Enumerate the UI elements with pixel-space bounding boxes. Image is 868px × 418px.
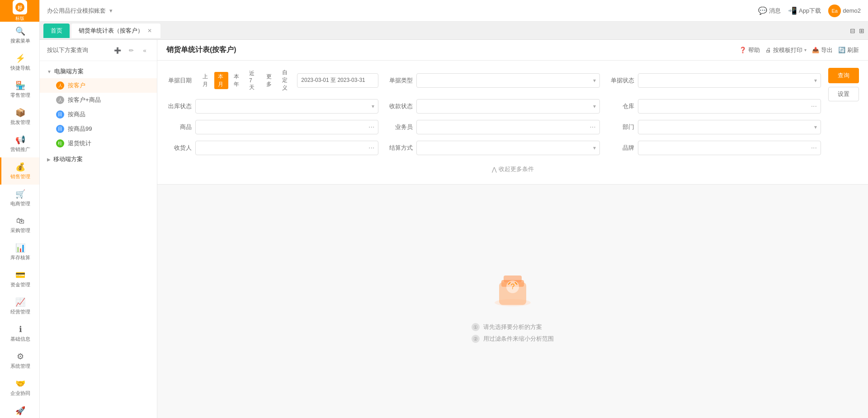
tab-sales-stat[interactable]: 销货单统计表（按客户） ✕ [71, 24, 160, 38]
date-tab-last-7-days[interactable]: 近7天 [245, 69, 261, 92]
tree-item-by-customer-goods[interactable]: 人 按客户+商品 [40, 93, 157, 107]
ecommerce-icon: 🛒 [15, 189, 25, 199]
tree-group-mobile: ▶ 移动端方案 [40, 152, 157, 166]
sidebar-item-cooperation[interactable]: 🤝 企业协同 [0, 374, 39, 401]
print-button[interactable]: 🖨 按模板打印 ▾ [765, 46, 807, 54]
sidebar-item-operation[interactable]: 📈 经营管理 [0, 293, 39, 320]
operation-icon: 📈 [15, 297, 25, 307]
add-scheme-button[interactable]: ➕ [113, 45, 123, 55]
logo-icon: 好 [13, 0, 27, 14]
date-tab-this-year[interactable]: 本年 [230, 72, 244, 89]
sidebar-item-system[interactable]: ⚙ 系统管理 [0, 347, 39, 374]
left-panel: 按以下方案查询 ➕ ✏ « ▼ 电脑端方案 人 按客户 [40, 40, 157, 418]
print-dropdown-icon: ▾ [804, 48, 807, 52]
out-status-control[interactable]: ▾ [195, 99, 378, 114]
cooperation-icon: 🤝 [15, 379, 25, 389]
sidebar-item-basic[interactable]: ℹ 基础信息 [0, 320, 39, 347]
sidebar-item-finance[interactable]: 💳 资金管理 [0, 266, 39, 293]
sidebar-item-label-ecommerce: 电商管理 [10, 200, 30, 207]
sidebar-item-purchase[interactable]: 🛍 采购管理 [0, 212, 39, 238]
tree-item-by-goods[interactable]: 目 按商品 [40, 107, 157, 122]
tip-1-text: 请先选择要分析的方案 [483, 323, 542, 331]
app-download-action[interactable]: 📲 App下载 [788, 6, 821, 15]
tree-group-mobile-header[interactable]: ▶ 移动端方案 [40, 152, 157, 166]
warehouse-control[interactable]: ··· [638, 99, 821, 114]
staff-control[interactable]: ··· [416, 120, 599, 134]
username: demo2 [843, 7, 861, 14]
svg-text:好: 好 [17, 5, 23, 10]
pay-status-label: 收款状态 [387, 102, 413, 110]
tree-item-by-customer-goods-label: 按客户+商品 [68, 96, 101, 104]
app-download-icon: 📲 [788, 6, 797, 15]
sidebar-item-search-menu[interactable]: 🔍 搜索菜单 [0, 22, 39, 49]
tree-item-by-goods-99[interactable]: 目 按商品99 [40, 122, 157, 136]
inventory-icon: 📊 [15, 243, 25, 253]
tree-item-by-customer-label: 按客户 [68, 81, 85, 90]
message-action[interactable]: 💬 消息 [758, 6, 781, 15]
date-range-control[interactable]: 2023-03-01 至 2023-03-31 [297, 73, 378, 88]
filter-warehouse-item: 仓库 ··· [609, 99, 821, 114]
tree-group-desktop-header[interactable]: ▼ 电脑端方案 [40, 65, 157, 78]
receiver-control[interactable]: ··· [195, 141, 378, 155]
collapse-button[interactable]: ⋀ 收起更多条件 [492, 165, 534, 173]
date-tab-this-month[interactable]: 本月 [214, 72, 228, 89]
tree-group-desktop: ▼ 电脑端方案 人 按客户 人 按客户+商品 目 按商品 [40, 65, 157, 151]
filter-date-section: 单据日期 上月 本月 本年 近7天 更多 自定义 [166, 68, 821, 155]
out-status-label: 出库状态 [166, 102, 192, 110]
logo-area: 好 标版 [0, 0, 39, 22]
status-control[interactable]: ▾ [638, 73, 821, 88]
brand-label: 品牌 [609, 144, 634, 152]
sidebar-item-wholesale[interactable]: 📦 批发管理 [0, 103, 39, 130]
filter-date-item: 单据日期 上月 本月 本年 近7天 更多 自定义 [166, 68, 378, 93]
dept-control[interactable]: ▾ [638, 120, 821, 134]
collapse-label: 收起更多条件 [499, 165, 534, 173]
sidebar-item-guide[interactable]: 🚀 新手引导 [0, 401, 39, 418]
tab-home[interactable]: 首页 [43, 24, 70, 38]
filter-type-item: 单据类型 ▾ [387, 73, 599, 88]
date-tab-custom[interactable]: 自定义 [278, 68, 296, 93]
export-button[interactable]: 📤 导出 [812, 46, 833, 54]
pay-status-control[interactable]: ▾ [416, 99, 599, 114]
sidebar-item-marketing[interactable]: 📢 营销推广 [0, 130, 39, 157]
date-tab-more[interactable]: 更多 [263, 72, 276, 89]
export-icon: 📤 [812, 47, 819, 53]
edit-scheme-button[interactable]: ✏ [126, 45, 136, 55]
payment-control[interactable]: ▾ [416, 141, 599, 155]
tree-item-by-customer-icon: 人 [56, 81, 64, 90]
tab-close-icon[interactable]: ✕ [146, 27, 153, 34]
collapse-panel-button[interactable]: « [140, 45, 150, 55]
help-button[interactable]: ❓ 帮助 [739, 46, 760, 54]
filter-status-item: 单据状态 ▾ [609, 73, 821, 88]
tree-group-desktop-label: 电脑端方案 [54, 67, 84, 76]
tab-minimize-icon[interactable]: ⊟ [850, 27, 855, 34]
refresh-button[interactable]: 🔄 刷新 [838, 46, 859, 54]
receiver-label: 收货人 [166, 144, 192, 152]
pay-status-dropdown-icon: ▾ [593, 103, 596, 109]
brand-control[interactable]: ··· [638, 141, 821, 155]
goods-control[interactable]: ··· [195, 120, 378, 134]
goods-dots-icon: ··· [368, 123, 374, 131]
sidebar-item-ecommerce[interactable]: 🛒 电商管理 [0, 185, 39, 212]
user-area[interactable]: Ea demo2 [828, 5, 861, 17]
dropdown-icon[interactable]: ▾ [109, 7, 113, 14]
tab-bar: 首页 销货单统计表（按客户） ✕ ⊟ ⊞ [40, 22, 868, 40]
filter-dept-item: 部门 ▾ [609, 120, 821, 134]
top-header: 办公用品行业模拟账套 ▾ 💬 消息 📲 App下载 Ea demo2 [40, 0, 868, 22]
tree-item-return-stat[interactable]: 柱 退货统计 [40, 136, 157, 151]
sidebar-item-sales[interactable]: 💰 销售管理 [0, 157, 39, 185]
sidebar-item-retail[interactable]: 🏪 零售管理 [0, 76, 39, 103]
settings-button[interactable]: 设置 [828, 87, 859, 101]
tree-item-by-customer[interactable]: 人 按客户 [40, 78, 157, 93]
left-panel-header: 按以下方案查询 ➕ ✏ « [40, 40, 157, 61]
empty-tip-2: ② 用过滤条件来缩小分析范围 [472, 335, 554, 343]
query-button[interactable]: 查询 [828, 68, 859, 83]
filter-area: 单据日期 上月 本月 本年 近7天 更多 自定义 [157, 61, 868, 185]
tree-arrow-mobile: ▶ [47, 157, 51, 162]
type-control[interactable]: ▾ [416, 73, 599, 88]
tab-maximize-icon[interactable]: ⊞ [859, 27, 864, 34]
date-tab-last-month[interactable]: 上月 [199, 72, 212, 89]
staff-label: 业务员 [387, 123, 413, 131]
refresh-icon: 🔄 [838, 47, 845, 53]
sidebar-item-quick-nav[interactable]: ⚡ 快捷导航 [0, 49, 39, 76]
sidebar-item-inventory[interactable]: 📊 库存核算 [0, 238, 39, 266]
